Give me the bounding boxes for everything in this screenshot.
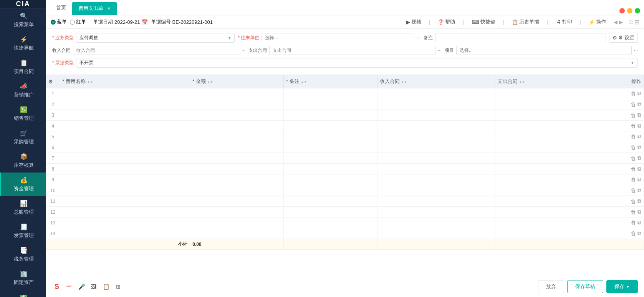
sort-expense-contract[interactable]: ▲▼ bbox=[519, 81, 525, 84]
row-expense-name-9[interactable] bbox=[60, 174, 190, 185]
row-amount-10[interactable] bbox=[190, 185, 284, 196]
row-copy-icon-3[interactable]: ⧉ bbox=[637, 112, 641, 118]
row-delete-icon-7[interactable]: 🗑 bbox=[631, 155, 636, 161]
sidebar-item-project-contract[interactable]: 📋 项目合同 bbox=[0, 55, 46, 79]
row-amount-12[interactable] bbox=[190, 207, 284, 217]
row-copy-icon-9[interactable]: ⧉ bbox=[637, 176, 641, 183]
row-note-1[interactable] bbox=[284, 88, 377, 99]
row-amount-2[interactable] bbox=[190, 99, 284, 110]
row-delete-icon-12[interactable]: 🗑 bbox=[631, 209, 636, 215]
sidebar-item-quick-nav[interactable]: ⚡ 快捷导航 bbox=[0, 32, 46, 55]
row-expense-name-13[interactable] bbox=[60, 217, 190, 228]
sidebar-item-marketing[interactable]: 📣 营销推广 bbox=[0, 79, 46, 102]
row-amount-5[interactable] bbox=[190, 131, 284, 142]
row-income-contract-9[interactable] bbox=[377, 174, 495, 185]
blue-bill-radio[interactable]: 蓝单 bbox=[51, 18, 67, 25]
sidebar-item-purchase[interactable]: 🛒 采购管理 bbox=[0, 126, 46, 149]
row-amount-9[interactable] bbox=[190, 174, 284, 185]
row-expense-contract-12[interactable] bbox=[495, 207, 613, 217]
row-income-contract-11[interactable] bbox=[377, 196, 495, 207]
calendar-icon[interactable]: 📅 bbox=[142, 19, 148, 25]
window-min-btn[interactable] bbox=[627, 8, 632, 13]
row-amount-7[interactable] bbox=[190, 153, 284, 164]
settings-button[interactable]: ⚙ ⚙ 设置 bbox=[609, 33, 638, 43]
next-arrow[interactable]: ▶ bbox=[619, 19, 623, 25]
row-expense-contract-6[interactable] bbox=[495, 142, 613, 153]
row-amount-13[interactable] bbox=[190, 217, 284, 228]
row-delete-icon-4[interactable]: 🗑 bbox=[631, 123, 636, 129]
row-copy-icon-6[interactable]: ⧉ bbox=[637, 144, 641, 151]
row-copy-icon-1[interactable]: ⧉ bbox=[637, 90, 641, 97]
row-delete-icon-5[interactable]: 🗑 bbox=[631, 134, 636, 140]
row-copy-icon-13[interactable]: ⧉ bbox=[637, 219, 641, 226]
sidebar-item-finance[interactable]: 💰 资金管理 bbox=[0, 173, 46, 196]
list-view-icon[interactable]: ☰ bbox=[628, 18, 634, 26]
sidebar-item-accounting[interactable]: 📊 总账管理 bbox=[0, 196, 46, 219]
sidebar-item-inventory[interactable]: 📦 库存核算 bbox=[0, 149, 46, 173]
row-expense-name-3[interactable] bbox=[60, 110, 190, 121]
row-expense-name-12[interactable] bbox=[60, 207, 190, 217]
row-copy-icon-2[interactable]: ⧉ bbox=[637, 101, 641, 108]
row-income-contract-4[interactable] bbox=[377, 121, 495, 131]
row-delete-icon-14[interactable]: 🗑 bbox=[631, 231, 636, 237]
row-income-contract-8[interactable] bbox=[377, 164, 495, 174]
sort-amount[interactable]: ▲▼ bbox=[207, 81, 213, 84]
row-delete-icon-8[interactable]: 🗑 bbox=[631, 166, 636, 172]
row-expense-name-6[interactable] bbox=[60, 142, 190, 153]
row-expense-contract-2[interactable] bbox=[495, 99, 613, 110]
row-delete-icon-3[interactable]: 🗑 bbox=[631, 112, 636, 118]
row-amount-3[interactable] bbox=[190, 110, 284, 121]
row-note-9[interactable] bbox=[284, 174, 377, 185]
sidebar-item-payroll[interactable]: 💵 工资 bbox=[0, 290, 46, 297]
row-income-contract-12[interactable] bbox=[377, 207, 495, 217]
window-max-btn[interactable] bbox=[635, 8, 640, 13]
row-note-13[interactable] bbox=[284, 217, 377, 228]
toolbar-shortcut[interactable]: ⌨ 快捷键 bbox=[470, 18, 498, 26]
counterpart-input[interactable] bbox=[262, 33, 414, 42]
row-copy-icon-12[interactable]: ⧉ bbox=[637, 209, 641, 215]
remark-input[interactable] bbox=[435, 33, 606, 42]
row-expense-contract-7[interactable] bbox=[495, 153, 613, 164]
row-expense-name-7[interactable] bbox=[60, 153, 190, 164]
sidebar-item-invoice[interactable]: 🧾 发票管理 bbox=[0, 219, 46, 243]
project-more-icon[interactable]: ··· bbox=[634, 48, 638, 53]
row-income-contract-13[interactable] bbox=[377, 217, 495, 228]
window-close-btn[interactable] bbox=[619, 8, 625, 13]
row-note-5[interactable] bbox=[284, 131, 377, 142]
income-contract-input[interactable] bbox=[73, 46, 239, 55]
tab-expense-close[interactable]: ✕ bbox=[107, 6, 111, 11]
row-amount-11[interactable] bbox=[190, 196, 284, 207]
row-delete-icon-2[interactable]: 🗑 bbox=[631, 101, 636, 108]
row-expense-contract-1[interactable] bbox=[495, 88, 613, 99]
row-delete-icon-9[interactable]: 🗑 bbox=[631, 177, 636, 183]
tab-expense[interactable]: 费用支出单 ✕ bbox=[72, 2, 117, 15]
row-delete-icon-13[interactable]: 🗑 bbox=[631, 220, 636, 226]
invoice-type-select[interactable]: 不开票 ▼ bbox=[76, 58, 638, 68]
row-expense-name-11[interactable] bbox=[60, 196, 190, 207]
row-expense-contract-3[interactable] bbox=[495, 110, 613, 121]
red-bill-radio[interactable]: 红单 bbox=[70, 18, 86, 25]
sidebar-item-sales[interactable]: 💹 销售管理 bbox=[0, 102, 46, 126]
sidebar-item-search[interactable]: 🔍 搜索菜单 bbox=[0, 8, 46, 32]
grid-view-icon[interactable]: ⊞ bbox=[634, 18, 639, 26]
row-expense-name-14[interactable] bbox=[60, 228, 190, 239]
row-expense-name-1[interactable] bbox=[60, 88, 190, 99]
row-note-7[interactable] bbox=[284, 153, 377, 164]
row-amount-8[interactable] bbox=[190, 164, 284, 174]
row-amount-14[interactable] bbox=[190, 228, 284, 239]
row-copy-icon-4[interactable]: ⧉ bbox=[637, 123, 641, 129]
row-expense-name-5[interactable] bbox=[60, 131, 190, 142]
row-copy-icon-5[interactable]: ⧉ bbox=[637, 133, 641, 140]
row-income-contract-10[interactable] bbox=[377, 185, 495, 196]
sidebar-item-fixed-assets[interactable]: 🏢 固定资产 bbox=[0, 266, 46, 290]
tab-home[interactable]: 首页 bbox=[50, 0, 72, 15]
row-note-3[interactable] bbox=[284, 110, 377, 121]
th-config[interactable]: ⚙ bbox=[46, 75, 60, 88]
row-delete-icon-1[interactable]: 🗑 bbox=[631, 91, 636, 97]
row-delete-icon-10[interactable]: 🗑 bbox=[631, 187, 636, 194]
row-copy-icon-14[interactable]: ⧉ bbox=[637, 230, 641, 237]
sort-note[interactable]: ▲▼ bbox=[301, 81, 307, 84]
toolbar-print[interactable]: 🖨 打印 bbox=[554, 18, 574, 26]
row-copy-icon-10[interactable]: ⧉ bbox=[637, 187, 641, 194]
row-delete-icon-6[interactable]: 🗑 bbox=[631, 144, 636, 151]
